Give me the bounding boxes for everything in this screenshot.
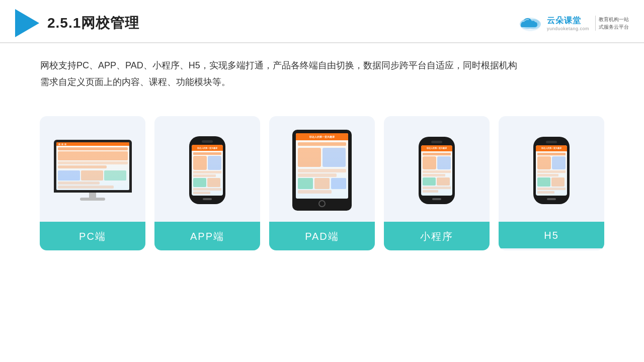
description-text: 网校支持PC、APP、PAD、小程序、H5，实现多端打通，产品各终端自由切换，数… [0, 43, 644, 96]
device-preview-pc [40, 116, 145, 222]
pc-monitor-icon [54, 140, 132, 201]
brand-url: yunduoketang.com [547, 26, 589, 31]
tablet-icon: 职达人的第一堂兴趣课 [292, 130, 352, 211]
card-pad: 职达人的第一堂兴趣课 [269, 116, 375, 250]
cloud-logo: 云朵课堂 yunduoketang.com 教育机构一站 式服务云平台 [517, 14, 629, 32]
card-miniapp: 职达人的第一堂兴趣课 [384, 116, 490, 250]
cloud-icon [517, 14, 544, 32]
card-pc: PC端 [40, 116, 145, 250]
header: 2.5.1网校管理 云朵课堂 yunduoketang.com 教育机构一站 式… [0, 0, 644, 43]
device-preview-pad: 职达人的第一堂兴趣课 [269, 116, 375, 222]
card-h5: 职达人的第一堂兴趣课 [499, 116, 604, 250]
device-preview-miniapp: 职达人的第一堂兴趣课 [384, 116, 490, 222]
brand-name: 云朵课堂 [547, 16, 581, 26]
card-app-label: APP端 [154, 222, 260, 250]
page-title: 2.5.1网校管理 [47, 14, 139, 33]
device-preview-h5: 职达人的第一堂兴趣课 [499, 116, 604, 222]
phone-icon-h5: 职达人的第一堂兴趣课 [533, 137, 570, 204]
phone-icon-app: 职达人的第一堂兴趣课 [189, 136, 225, 204]
header-right: 云朵课堂 yunduoketang.com 教育机构一站 式服务云平台 [517, 14, 629, 32]
device-preview-app: 职达人的第一堂兴趣课 [154, 116, 260, 222]
cards-container: PC端 职达人的第一堂兴趣课 [0, 101, 644, 260]
card-pc-label: PC端 [40, 222, 145, 250]
phone-icon-miniapp: 职达人的第一堂兴趣课 [419, 137, 455, 204]
card-app: 职达人的第一堂兴趣课 [154, 116, 260, 250]
logo-triangle-icon [15, 9, 39, 37]
card-h5-label: H5 [499, 222, 604, 248]
brand-text: 云朵课堂 yunduoketang.com [547, 16, 589, 31]
brand-slogan: 教育机构一站 式服务云平台 [595, 16, 629, 31]
card-pad-label: PAD端 [269, 222, 375, 250]
header-left: 2.5.1网校管理 [15, 9, 139, 37]
card-miniapp-label: 小程序 [384, 222, 490, 250]
